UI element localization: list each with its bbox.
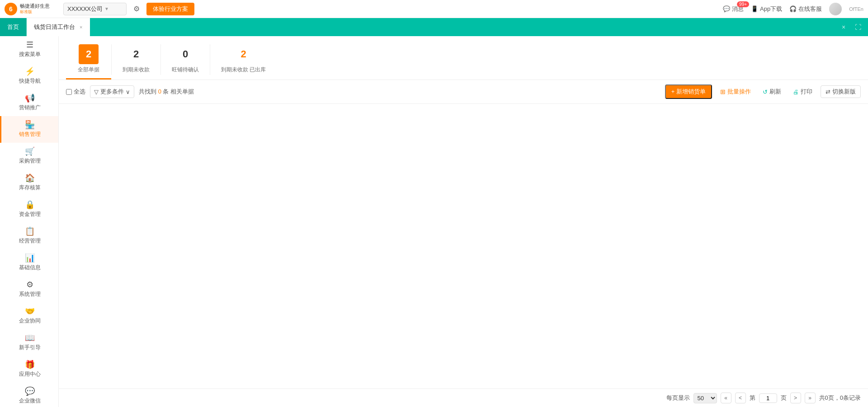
stat-num-overdue-out: 2 — [234, 44, 254, 64]
first-page-button[interactable]: « — [721, 393, 731, 403]
switch-icon: ⇄ — [826, 89, 830, 95]
app-download-button[interactable]: 📱 App下载 — [751, 5, 782, 13]
sidebar-label-enterprise: 企业协同 — [19, 317, 41, 325]
sidebar-item-search-menu[interactable]: ☰搜索菜单 — [0, 36, 58, 63]
window-expand-button[interactable]: ⛶ — [852, 21, 864, 33]
batch-button[interactable]: ⊞ 批量操作 — [717, 86, 755, 98]
message-icon: 💬 — [723, 5, 730, 12]
sidebar-item-system[interactable]: ⚙系统管理 — [0, 276, 58, 303]
app-logo: 6 — [5, 3, 17, 15]
print-icon: 🖨 — [793, 89, 799, 95]
sidebar-item-enterprise[interactable]: 🤝企业协同 — [0, 303, 58, 329]
next-page-button[interactable]: > — [790, 393, 801, 403]
page-number-input[interactable] — [759, 393, 777, 403]
avatar-image — [829, 3, 842, 15]
sidebar-item-operations[interactable]: 📋经营管理 — [0, 223, 58, 249]
sales-icon: 🏪 — [25, 121, 35, 129]
sidebar: ☰搜索菜单⚡快捷导航📢营销推广🏪销售管理🛒采购管理🏠库存核算🔒资金管理📋经营管理… — [0, 36, 59, 407]
last-page-button[interactable]: » — [805, 393, 816, 403]
add-button[interactable]: + 新增销货单 — [665, 84, 712, 99]
user-avatar[interactable] — [829, 3, 842, 15]
active-tab[interactable]: 钱货日清工作台 × — [27, 18, 90, 36]
active-tab-label: 钱货日清工作台 — [34, 23, 75, 31]
home-tab[interactable]: 首页 — [0, 18, 27, 36]
user-name[interactable]: OfTEn — [849, 6, 863, 12]
switch-button[interactable]: ⇄ 切换新版 — [821, 85, 861, 98]
sidebar-label-operations: 经营管理 — [19, 237, 41, 245]
guide-icon: 📖 — [25, 334, 35, 342]
online-service-button[interactable]: 🎧 在线客服 — [789, 5, 822, 13]
sidebar-item-app-center[interactable]: 🎁应用中心 — [0, 356, 58, 383]
sidebar-item-basic-info[interactable]: 📊基础信息 — [0, 249, 58, 276]
batch-icon: ⊞ — [720, 88, 726, 95]
refresh-button[interactable]: ↺ 刷新 — [759, 86, 785, 98]
tab-close-icon[interactable]: × — [80, 24, 82, 30]
enterprise-icon: 🤝 — [25, 307, 35, 315]
total-info: 共0页，0条记录 — [819, 394, 861, 402]
system-icon: ⚙ — [26, 281, 33, 289]
sidebar-item-guide[interactable]: 📖新手引导 — [0, 329, 58, 356]
sidebar-item-purchase[interactable]: 🛒采购管理 — [0, 143, 58, 169]
sidebar-item-finance[interactable]: 🔒资金管理 — [0, 196, 58, 223]
sidebar-label-system: 系统管理 — [19, 290, 41, 298]
page-size-select[interactable]: 10 20 50 100 — [693, 393, 717, 403]
toolbar: 全选 ▽ 更多条件 ∨ 共找到 0 条 相关单据 + 新增销货单 ⊞ 批量操作 — [59, 80, 868, 104]
stat-num-all: 2 — [79, 44, 99, 64]
main-content: 2 全部单据 2 到期未收款 0 旺铺待确认 2 到期未收款 已出库 — [59, 36, 868, 407]
select-all-checkbox[interactable] — [66, 89, 72, 95]
quick-nav-icon: ⚡ — [25, 67, 35, 75]
sidebar-item-wechat[interactable]: 💬企业微信 — [0, 383, 58, 407]
toolbar-right: + 新增销货单 ⊞ 批量操作 ↺ 刷新 🖨 打印 ⇄ 切换新版 — [665, 84, 861, 99]
window-close-button[interactable]: × — [837, 21, 850, 33]
refresh-icon: ↺ — [763, 89, 768, 95]
filter-icon: ▽ — [94, 89, 99, 95]
sidebar-label-marketing: 营销推广 — [19, 104, 41, 112]
settings-button[interactable]: ⚙ — [130, 3, 143, 15]
found-text: 共找到 0 条 相关单据 — [139, 88, 194, 96]
stats-tabs: 2 全部单据 2 到期未收款 0 旺铺待确认 2 到期未收款 已出库 — [59, 36, 868, 80]
sidebar-label-finance: 资金管理 — [19, 211, 41, 218]
stat-num-pending: 0 — [175, 44, 195, 64]
nav-tabs: 首页 钱货日清工作台 × × ⛶ — [0, 18, 868, 36]
marketing-icon: 📢 — [25, 94, 35, 102]
stat-tab-overdue-out[interactable]: 2 到期未收款 已出库 — [210, 41, 277, 80]
messages-badge: 99+ — [737, 1, 749, 7]
app-title: 畅捷通好生意 — [20, 3, 50, 9]
sidebar-item-quick-nav[interactable]: ⚡快捷导航 — [0, 63, 58, 89]
trial-button[interactable]: 体验行业方案 — [146, 3, 194, 15]
stat-label-overdue: 到期未收款 — [123, 66, 150, 74]
app-badge: 标准版 — [20, 9, 50, 15]
prev-page-button[interactable]: < — [735, 393, 746, 403]
company-name: XXXXXX公司 — [67, 5, 103, 13]
company-dropdown-arrow: ▼ — [104, 6, 109, 11]
sidebar-label-sales: 销售管理 — [19, 131, 41, 138]
stat-tab-all[interactable]: 2 全部单据 — [66, 41, 111, 80]
table-footer: 每页显示 10 20 50 100 « < 第 页 > » 共0页，0条记录 — [59, 388, 868, 407]
select-all-label[interactable]: 全选 — [66, 88, 85, 96]
sidebar-label-app-center: 应用中心 — [19, 370, 41, 378]
sidebar-item-inventory[interactable]: 🏠库存核算 — [0, 169, 58, 196]
basic-info-icon: 📊 — [25, 254, 35, 262]
sidebar-label-inventory: 库存核算 — [19, 184, 41, 192]
company-selector[interactable]: XXXXXX公司 ▼ — [63, 3, 127, 15]
stat-tab-overdue[interactable]: 2 到期未收款 — [112, 41, 160, 80]
filter-arrow: ∨ — [126, 89, 130, 95]
purchase-icon: 🛒 — [25, 147, 35, 155]
sidebar-item-marketing[interactable]: 📢营销推广 — [0, 89, 58, 116]
stat-num-overdue: 2 — [126, 44, 146, 64]
page-suffix: 页 — [781, 394, 787, 402]
sidebar-label-quick-nav: 快捷导航 — [19, 77, 41, 85]
wechat-icon: 💬 — [25, 387, 35, 395]
top-right-area: 💬 消息 99+ 📱 App下载 🎧 在线客服 OfTEn — [723, 3, 863, 15]
app-center-icon: 🎁 — [25, 360, 35, 369]
found-count: 0 — [158, 88, 161, 95]
stat-label-pending: 旺铺待确认 — [172, 66, 199, 74]
sidebar-item-sales[interactable]: 🏪销售管理 — [0, 116, 58, 143]
sidebar-label-purchase: 采购管理 — [19, 157, 41, 165]
messages-button[interactable]: 💬 消息 99+ — [723, 5, 744, 13]
filter-button[interactable]: ▽ 更多条件 ∨ — [90, 85, 134, 98]
print-button[interactable]: 🖨 打印 — [789, 86, 816, 98]
finance-icon: 🔒 — [25, 201, 35, 209]
tab-actions: × ⛶ — [837, 21, 868, 33]
stat-tab-pending[interactable]: 0 旺铺待确认 — [161, 41, 210, 80]
